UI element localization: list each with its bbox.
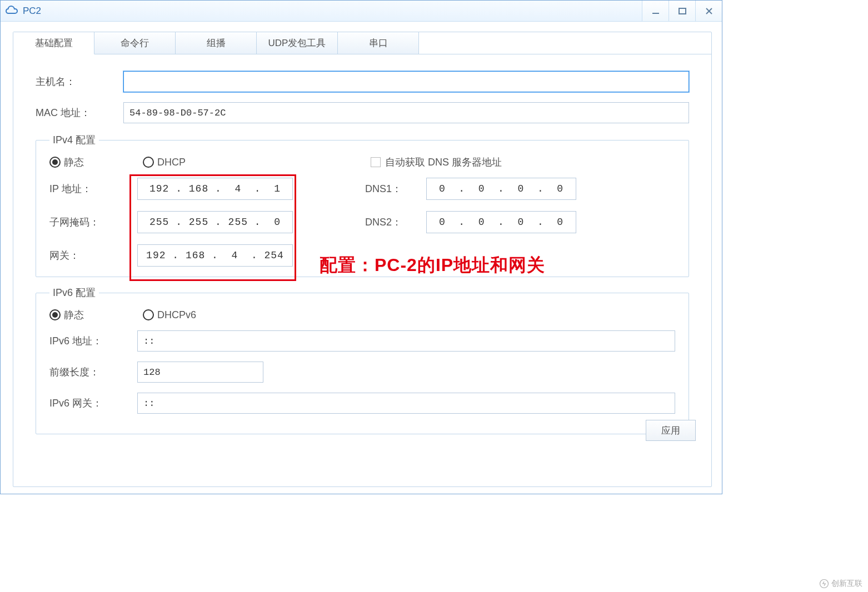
subnet-mask-input[interactable]: 255 . 255 . 255 . 0	[137, 211, 293, 233]
ipv4-dhcp-label: DHCP	[157, 157, 186, 168]
radio-selected-icon	[49, 309, 61, 320]
close-button[interactable]	[695, 1, 722, 21]
ipv6-gateway-input[interactable]	[137, 393, 675, 414]
ipv6-dhcp-label: DHCPv6	[157, 309, 196, 321]
radio-icon	[143, 309, 154, 320]
window-buttons	[642, 1, 722, 21]
ipv4-auto-dns-check[interactable]: 自动获取 DNS 服务器地址	[371, 155, 502, 169]
tab-udp-tool[interactable]: UDP发包工具	[257, 32, 338, 54]
ipv4-legend: IPv4 配置	[49, 133, 99, 147]
ipv4-fieldset: IPv4 配置 静态 DHCP 自动获取 DNS 服务器地址	[36, 133, 689, 277]
watermark-text: 创新互联	[831, 579, 862, 589]
dns2-label: DNS2：	[365, 215, 426, 229]
gateway-label: 网关：	[49, 249, 137, 262]
svg-rect-1	[679, 8, 686, 14]
ip-address-input[interactable]: 192 . 168 . 4 . 1	[137, 178, 293, 200]
app-window: PC2 基础配置 命令行 组播 UDP发包工具 串口 主机名：	[0, 0, 722, 494]
ipv6-static-label: 静态	[64, 308, 84, 322]
ipv6-address-input[interactable]	[137, 330, 675, 352]
checkbox-icon	[371, 157, 381, 167]
mac-label: MAC 地址：	[36, 106, 123, 119]
dns2-input[interactable]: 0 . 0 . 0 . 0	[426, 211, 576, 233]
ipv6-legend: IPv6 配置	[49, 286, 99, 299]
tab-cli[interactable]: 命令行	[94, 32, 176, 54]
ipv4-auto-dns-label: 自动获取 DNS 服务器地址	[385, 155, 502, 169]
radio-selected-icon	[49, 157, 61, 168]
subnet-mask-label: 子网掩码：	[49, 215, 137, 229]
dns1-input[interactable]: 0 . 0 . 0 . 0	[426, 178, 576, 200]
tab-multicast[interactable]: 组播	[176, 32, 257, 54]
ip-address-label: IP 地址：	[49, 182, 137, 195]
client-area: 基础配置 命令行 组播 UDP发包工具 串口 主机名： MAC 地址： IPv4…	[13, 32, 712, 487]
ipv6-gateway-label: IPv6 网关：	[49, 397, 137, 410]
dns1-label: DNS1：	[365, 182, 426, 195]
watermark: 创新互联	[819, 579, 862, 589]
app-icon	[5, 4, 18, 18]
tab-serial[interactable]: 串口	[338, 32, 419, 54]
content-panel: 主机名： MAC 地址： IPv4 配置 静态 DHCP	[13, 54, 711, 449]
apply-button[interactable]: 应用	[646, 420, 696, 441]
ipv6-static-radio[interactable]: 静态	[49, 308, 137, 322]
annotation-text: 配置：PC-2的IP地址和网关	[320, 253, 545, 278]
ipv6-dhcp-radio[interactable]: DHCPv6	[143, 309, 196, 321]
ipv4-dhcp-radio[interactable]: DHCP	[143, 157, 365, 168]
tab-basic-config[interactable]: 基础配置	[13, 32, 94, 54]
hostname-input[interactable]	[123, 71, 689, 92]
titlebar: PC2	[1, 1, 722, 22]
ipv6-prefix-label: 前缀长度：	[49, 365, 137, 379]
hostname-label: 主机名：	[36, 75, 123, 88]
tab-strip: 基础配置 命令行 组播 UDP发包工具 串口	[13, 32, 711, 54]
ipv4-static-radio[interactable]: 静态	[49, 155, 137, 169]
ipv6-address-label: IPv6 地址：	[49, 334, 137, 348]
mac-input[interactable]	[123, 102, 689, 123]
minimize-button[interactable]	[642, 1, 669, 21]
ipv6-prefix-input[interactable]	[137, 362, 263, 383]
maximize-button[interactable]	[669, 1, 695, 21]
radio-icon	[143, 157, 154, 168]
ipv6-fieldset: IPv6 配置 静态 DHCPv6 IPv6 地址： 前	[36, 286, 689, 434]
window-title: PC2	[23, 6, 642, 17]
gateway-input[interactable]: 192 . 168 . 4 . 254	[137, 244, 293, 267]
ipv4-static-label: 静态	[64, 155, 84, 169]
